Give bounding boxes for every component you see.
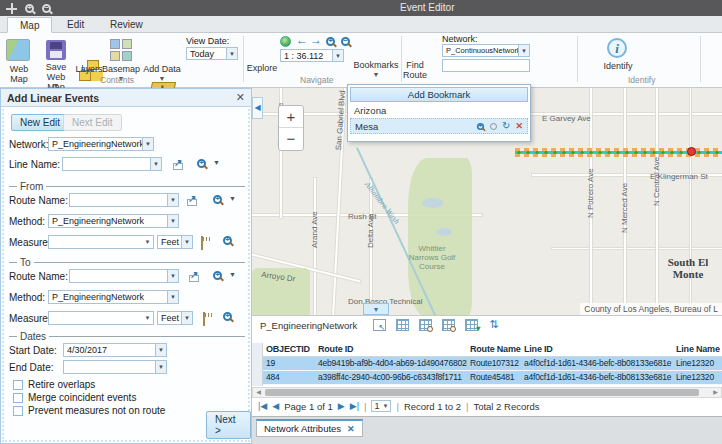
from-method-select[interactable]: P_EngineeringNetwork▼ <box>48 214 179 228</box>
bookmarks-label[interactable]: Bookmarks <box>352 60 400 70</box>
web-map-label[interactable]: Web Map <box>0 64 38 84</box>
panel-collapse-arrow[interactable]: ◀ <box>252 97 263 119</box>
basemap-icon[interactable] <box>110 39 132 61</box>
view-date-select[interactable]: Today▼ <box>186 47 238 60</box>
tab-map[interactable]: Map <box>7 17 52 33</box>
route-search-input[interactable] <box>442 59 530 72</box>
table-collapse-arrow[interactable]: ▼ <box>363 303 389 315</box>
column-header[interactable]: OBJECTID <box>263 343 315 356</box>
network-field-select[interactable]: P_EngineeringNetwork▼ <box>48 137 154 151</box>
line-name-select[interactable]: ▼ <box>62 157 162 171</box>
identify-icon[interactable]: i <box>607 38 627 58</box>
line-zoom-icon[interactable]: + <box>197 159 206 168</box>
table-sort-icon[interactable] <box>488 319 501 331</box>
zoom-out-map-icon[interactable]: − <box>341 37 350 46</box>
to-method-select[interactable]: P_EngineeringNetwork▼ <box>48 290 179 304</box>
scale-select[interactable]: 1 : 36.112▼ <box>280 49 344 62</box>
map-zoom-out-button[interactable]: − <box>279 128 303 150</box>
first-page-icon[interactable]: |◀ <box>258 401 267 411</box>
bookmark-pan-icon[interactable] <box>490 123 497 130</box>
save-web-map-icon[interactable] <box>46 40 66 60</box>
from-measure-unit-select[interactable]: Feet▼ <box>157 235 193 249</box>
checkbox-row[interactable]: Merge coincident events <box>13 392 136 403</box>
to-measure-ruler-icon[interactable] <box>203 312 205 326</box>
forward-arrow-icon[interactable]: → <box>310 35 322 46</box>
table-horizontal-scrollbar[interactable]: ◀ ▶ <box>252 387 722 398</box>
checkbox-row[interactable]: Prevent measures not on route <box>13 405 165 416</box>
scrollbar-thumb[interactable] <box>265 389 699 396</box>
add-data-label[interactable]: Add Data <box>141 64 183 74</box>
table-select-icon[interactable] <box>373 319 386 331</box>
row-selector-gutter[interactable] <box>252 343 263 386</box>
next-page-icon[interactable]: ▶ <box>338 401 345 411</box>
table-grid-icon[interactable] <box>396 319 409 331</box>
line-zoom-caret[interactable]: ▼ <box>213 159 220 166</box>
dates-section-label: Dates <box>9 331 245 342</box>
add-bookmark-button[interactable]: Add Bookmark <box>350 87 528 102</box>
checkbox[interactable] <box>13 406 23 416</box>
table-export-icon[interactable]: ▾ <box>465 319 478 331</box>
checkbox[interactable] <box>13 393 23 403</box>
web-map-icon[interactable] <box>6 39 30 61</box>
identify-label[interactable]: Identify <box>600 61 636 71</box>
column-header[interactable]: Line Name <box>673 343 722 356</box>
bookmark-item[interactable]: Arizona <box>350 102 528 118</box>
bookmark-refresh-icon[interactable]: ↻ <box>502 121 510 131</box>
page-number-select[interactable]: 1▼ <box>371 400 391 412</box>
bookmark-item[interactable]: Mesa+↻✕ <box>350 118 528 134</box>
from-measure-zoom-icon[interactable]: + <box>223 236 232 245</box>
last-page-icon[interactable]: ▶| <box>350 401 359 411</box>
map-zoom-in-button[interactable]: + <box>279 106 303 128</box>
column-header[interactable]: Route Name <box>467 343 521 356</box>
table-zoom-selected-icon[interactable] <box>419 319 432 331</box>
bookmark-name: Mesa <box>355 121 476 132</box>
table-pan-selected-icon[interactable] <box>442 319 455 331</box>
checkbox-row[interactable]: Retire overlaps <box>13 379 95 390</box>
tab-close-icon[interactable]: ✕ <box>347 424 355 434</box>
table-row[interactable]: 484a398ff4c-2940-4c00-96b6-c6343f8f1711R… <box>263 371 722 385</box>
prev-page-icon[interactable]: ◀ <box>272 401 279 411</box>
to-measure-input[interactable]: ▼ <box>48 311 154 325</box>
scroll-right-icon[interactable]: ▶ <box>710 388 721 397</box>
bookmark-delete-icon[interactable]: ✕ <box>515 121 523 131</box>
table-row[interactable]: 194eb9419b-af9b-4d04-ab69-1d490476802bRo… <box>263 357 722 371</box>
from-measure-input[interactable]: ▼ <box>48 235 154 249</box>
start-date-select[interactable]: 4/30/2017▼ <box>63 343 167 357</box>
line-name-label: Line Name: <box>9 159 60 170</box>
from-route-zoom-icon[interactable]: + <box>213 195 222 204</box>
add-data-caret[interactable]: ▼ <box>141 74 183 84</box>
tab-review[interactable]: Review <box>98 17 155 33</box>
basemap-label[interactable]: Basemap <box>100 64 142 74</box>
table-header-row[interactable]: OBJECTIDRoute IDRoute NameLine IDLine Na… <box>263 343 722 357</box>
pan-icon[interactable] <box>6 3 17 14</box>
new-edit-button[interactable]: New Edit <box>11 114 69 131</box>
bookmarks-caret[interactable]: ▼ <box>352 70 400 80</box>
to-route-zoom-icon[interactable]: + <box>213 271 222 280</box>
scroll-left-icon[interactable]: ◀ <box>253 388 264 397</box>
bookmark-zoom-icon[interactable]: + <box>477 122 484 129</box>
next-edit-button[interactable]: Next Edit <box>63 114 122 131</box>
to-route-zoom-caret[interactable]: ▼ <box>229 271 236 278</box>
next-button[interactable]: Next > <box>206 411 251 439</box>
globe-icon[interactable] <box>280 36 291 47</box>
zoom-in-icon[interactable]: + <box>25 4 34 13</box>
checkbox[interactable] <box>13 380 23 390</box>
explore-label[interactable]: Explore <box>244 63 280 73</box>
from-measure-ruler-icon[interactable] <box>201 236 203 250</box>
tab-edit[interactable]: Edit <box>55 17 96 33</box>
column-header[interactable]: Route ID <box>315 343 467 356</box>
to-measure-unit-select[interactable]: Feet▼ <box>157 311 193 325</box>
tab-network-attributes[interactable]: Network Attributes ✕ <box>256 419 363 437</box>
network-select[interactable]: P_ContinuousNetwork▼ <box>442 44 530 57</box>
end-date-select[interactable]: ▼ <box>63 360 167 374</box>
to-measure-zoom-icon[interactable]: + <box>223 312 232 321</box>
zoom-in-map-icon[interactable]: + <box>326 37 335 46</box>
column-header[interactable]: Line ID <box>521 343 673 356</box>
back-arrow-icon[interactable]: ← <box>296 35 308 46</box>
find-route-label[interactable]: Find Route <box>394 60 436 80</box>
panel-close-icon[interactable]: ✕ <box>236 91 245 104</box>
from-route-zoom-caret[interactable]: ▼ <box>229 195 236 202</box>
to-route-name-select[interactable]: ▼ <box>69 269 179 283</box>
zoom-out-icon[interactable]: − <box>42 4 51 13</box>
from-route-name-select[interactable]: ▼ <box>69 193 179 207</box>
